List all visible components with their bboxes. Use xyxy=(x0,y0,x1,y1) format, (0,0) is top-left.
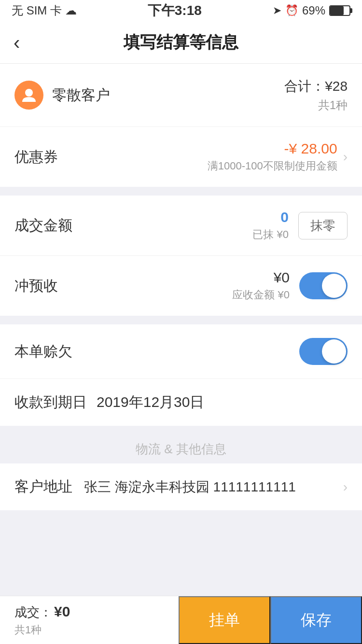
prepay-amount: ¥0 xyxy=(232,269,290,286)
no-sim-label: 无 SIM 卡 ☁ xyxy=(12,3,77,18)
back-button[interactable]: ‹ xyxy=(14,33,20,52)
customer-left: 零散客户 xyxy=(14,81,110,110)
page-title: 填写结算等信息 xyxy=(124,31,238,54)
deal-amount-label: 成交金额 xyxy=(14,216,72,236)
prepay-row: 冲预收 ¥0 应收金额 ¥0 xyxy=(0,256,362,316)
prepay-sub: 应收金额 ¥0 xyxy=(232,288,290,302)
bottom-bar: 成交： ¥0 共1种 挂单 保存 xyxy=(0,596,362,644)
deal-sub-label: 已抹 ¥0 xyxy=(252,227,289,242)
coupon-label: 优惠券 xyxy=(14,147,58,167)
debit-row: 本单赊欠 xyxy=(0,324,362,378)
content-area: 零散客户 合计：¥28 共1种 优惠券 -¥ 28.00 满1000-100不限… xyxy=(0,64,362,616)
prepay-label: 冲预收 xyxy=(14,276,58,296)
alarm-icon: ⏰ xyxy=(285,4,298,17)
coupon-description: 满1000-100不限制使用金额 xyxy=(208,159,337,173)
debit-label: 本单赊欠 xyxy=(14,342,72,362)
user-icon xyxy=(20,86,38,104)
customer-row: 零散客户 合计：¥28 共1种 xyxy=(0,64,362,126)
status-bar-right: ➤ ⏰ 69% xyxy=(273,4,350,17)
address-card: 客户地址 张三 海淀永丰科技园 11111111111 › xyxy=(0,463,362,510)
svg-point-0 xyxy=(25,89,33,97)
deal-right: 0 已抹 ¥0 抹零 xyxy=(252,209,348,242)
deal-amount-row: 成交金额 0 已抹 ¥0 抹零 xyxy=(0,196,362,256)
debit-toggle[interactable] xyxy=(299,338,348,365)
toggle-knob xyxy=(322,274,346,298)
status-bar: 无 SIM 卡 ☁ 下午3:18 ➤ ⏰ 69% xyxy=(0,0,362,21)
nav-bar: ‹ 填写结算等信息 xyxy=(0,21,362,64)
deal-value-block: 0 已抹 ¥0 xyxy=(252,209,289,242)
debit-card: 本单赊欠 收款到期日 2019年12月30日 xyxy=(0,324,362,426)
status-bar-left: 无 SIM 卡 ☁ xyxy=(12,3,77,18)
customer-avatar xyxy=(14,81,43,110)
total-count: 共1种 xyxy=(284,98,348,113)
location-icon: ➤ xyxy=(273,4,281,17)
bottom-deal-label: 成交： xyxy=(14,604,52,621)
coupon-row[interactable]: 优惠券 -¥ 28.00 满1000-100不限制使用金额 › xyxy=(0,126,362,187)
customer-name: 零散客户 xyxy=(52,85,110,105)
prepay-value-block: ¥0 应收金额 ¥0 xyxy=(232,269,290,302)
coupon-value-block: -¥ 28.00 满1000-100不限制使用金额 xyxy=(208,140,337,173)
round-button[interactable]: 抹零 xyxy=(298,212,348,239)
logistics-section-header: 物流 & 其他信息 xyxy=(0,434,362,463)
coupon-discount: -¥ 28.00 xyxy=(208,140,337,157)
logistics-label: 物流 & 其他信息 xyxy=(136,441,226,458)
prepay-right: ¥0 应收金额 ¥0 xyxy=(232,269,348,302)
due-date-label: 收款到期日 xyxy=(14,392,87,412)
bottom-deal-row: 成交： ¥0 xyxy=(14,603,164,621)
battery-percent: 69% xyxy=(302,4,325,17)
address-chevron-icon: › xyxy=(343,479,348,495)
due-date-value: 2019年12月30日 xyxy=(97,392,204,412)
address-value: 张三 海淀永丰科技园 11111111111 xyxy=(84,478,332,496)
bottom-deal-amount: ¥0 xyxy=(54,603,70,620)
address-row[interactable]: 客户地址 张三 海淀永丰科技园 11111111111 › xyxy=(0,463,362,510)
deal-amount-value: 0 xyxy=(252,209,289,225)
save-button[interactable]: 保存 xyxy=(270,596,362,644)
due-date-row: 收款到期日 2019年12月30日 xyxy=(0,378,362,426)
coupon-right: -¥ 28.00 满1000-100不限制使用金额 › xyxy=(208,140,348,173)
customer-card: 零散客户 合计：¥28 共1种 优惠券 -¥ 28.00 满1000-100不限… xyxy=(0,64,362,187)
address-label: 客户地址 xyxy=(14,477,72,497)
bottom-count: 共1种 xyxy=(14,623,164,637)
pending-button[interactable]: 挂单 xyxy=(179,596,270,644)
prepay-toggle[interactable] xyxy=(299,272,348,299)
debit-toggle-knob xyxy=(322,339,346,364)
bottom-summary: 成交： ¥0 共1种 xyxy=(0,596,179,644)
customer-total: 合计：¥28 共1种 xyxy=(284,77,348,113)
deal-card: 成交金额 0 已抹 ¥0 抹零 冲预收 ¥0 应收金额 ¥0 xyxy=(0,196,362,316)
battery-icon xyxy=(329,5,350,16)
total-amount: 合计：¥28 xyxy=(284,77,348,96)
chevron-right-icon: › xyxy=(343,149,348,165)
status-bar-time: 下午3:18 xyxy=(148,1,202,20)
